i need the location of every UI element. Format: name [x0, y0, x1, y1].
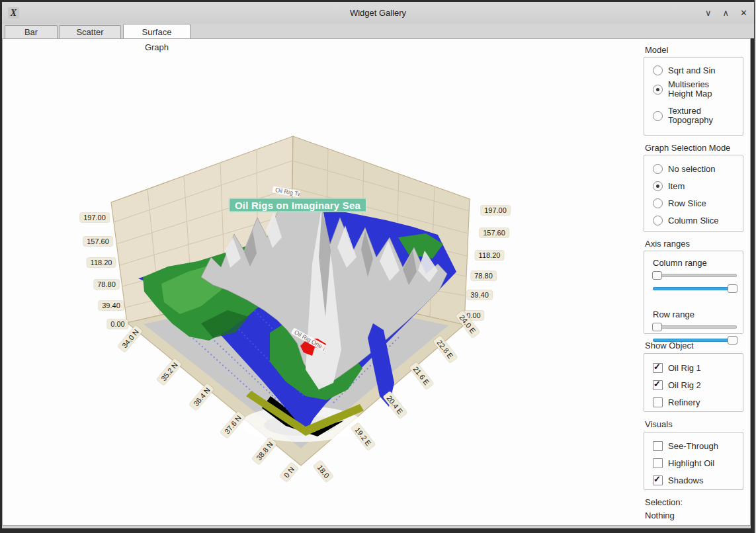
visuals-item-1[interactable]: Highlight Oil — [653, 458, 714, 468]
visuals-checkbox-2[interactable] — [653, 475, 663, 485]
selection-mode-option-3[interactable]: Column Slice — [653, 216, 719, 226]
radio-dot — [656, 184, 659, 188]
tab-bar: Bar GraphScatter GraphSurface Graph — [2, 24, 754, 38]
visuals-group-box: See-ThroughHighlight OilShadows — [644, 432, 743, 490]
selection-mode-option-2[interactable]: Row Slice — [653, 198, 706, 208]
show-object-item-1[interactable]: Oil Rig 2 — [653, 380, 701, 390]
model-label-1: MultiseriesHeight Map — [668, 80, 712, 99]
row-range-min-track — [653, 325, 737, 329]
visuals-item-0[interactable]: See-Through — [653, 441, 718, 451]
value-axis-tick-left-1: 157.60 — [83, 237, 112, 246]
column-range-min-slider[interactable] — [653, 271, 737, 280]
value-axis-tick-left-2: 118.20 — [87, 258, 116, 267]
show-object-item-2[interactable]: Refinery — [653, 397, 700, 407]
window-footer — [2, 526, 751, 528]
show-object-checkbox-1[interactable] — [653, 380, 663, 390]
axis-ranges-group-box: Column range Row range — [644, 251, 743, 334]
selection-mode-option-1[interactable]: Item — [653, 181, 685, 191]
selection-status-label: Selection: — [645, 497, 683, 507]
visuals-checkbox-1[interactable] — [653, 458, 663, 468]
selection-mode-radio-2[interactable] — [653, 198, 663, 208]
visuals-label-0: See-Through — [668, 442, 718, 451]
value-axis-tick-right-1: 157.60 — [480, 228, 509, 237]
value-axis-tick-right-4: 39.40 — [467, 290, 492, 300]
show-object-label-2: Refinery — [668, 398, 700, 407]
show-object-item-0[interactable]: Oil Rig 1 — [653, 363, 701, 373]
selection-mode-group-box: No selectionItemRow SliceColumn Slice — [644, 155, 743, 232]
column-range-label: Column range — [653, 258, 707, 268]
model-option-1[interactable]: MultiseriesHeight Map — [653, 80, 712, 99]
model-label-0: Sqrt and Sin — [668, 66, 716, 75]
tab-surface-graph[interactable]: Surface Graph — [123, 24, 190, 38]
selection-mode-radio-0[interactable] — [653, 164, 663, 174]
model-group-title: Model — [645, 45, 668, 55]
row-range-max-handle[interactable] — [728, 336, 737, 345]
model-option-0[interactable]: Sqrt and Sin — [653, 65, 716, 75]
selection-mode-label-2: Row Slice — [668, 199, 706, 208]
model-radio-2[interactable] — [653, 111, 663, 121]
model-group-box: Sqrt and SinMultiseriesHeight MapTexture… — [644, 57, 743, 136]
visuals-group-title: Visuals — [645, 419, 673, 429]
visuals-checkbox-0[interactable] — [653, 441, 663, 451]
show-object-label-0: Oil Rig 1 — [668, 364, 701, 373]
column-range-max-track — [653, 287, 737, 290]
model-label-2: TexturedTopography — [668, 106, 713, 125]
value-axis-tick-right-3: 78.80 — [471, 271, 496, 280]
title-bar[interactable]: X Widget Gallery ∨∧✕ — [2, 2, 754, 24]
chart-title-label: Oil Rigs on Imaginary Sea — [229, 198, 366, 212]
maximize-icon[interactable]: ∧ — [723, 9, 730, 17]
column-range-max-slider[interactable] — [653, 284, 737, 293]
visuals-label-1: Highlight Oil — [668, 459, 714, 468]
axis-ranges-group-title: Axis ranges — [645, 239, 690, 249]
column-range-min-handle[interactable] — [652, 271, 662, 280]
control-panel: Model Sqrt and SinMultiseriesHeight MapT… — [640, 38, 752, 526]
visuals-item-2[interactable]: Shadows — [653, 475, 703, 485]
row-range-label: Row range — [653, 309, 694, 319]
visuals-label-2: Shadows — [668, 476, 703, 485]
show-object-checkbox-2[interactable] — [653, 397, 663, 407]
model-radio-0[interactable] — [653, 65, 663, 75]
row-range-min-handle[interactable] — [652, 323, 662, 331]
selection-mode-label-0: No selection — [668, 165, 716, 174]
value-axis-tick-left-4: 39.40 — [99, 301, 124, 310]
window-title: Widget Gallery — [2, 8, 754, 18]
show-object-group-box: Oil Rig 1Oil Rig 2Refinery — [644, 353, 743, 412]
show-object-label-1: Oil Rig 2 — [668, 381, 701, 390]
close-icon[interactable]: ✕ — [740, 9, 747, 17]
tab-scatter-graph[interactable]: Scatter Graph — [59, 25, 121, 38]
selection-mode-option-0[interactable]: No selection — [653, 164, 716, 174]
value-axis-tick-left-0: 197.00 — [80, 213, 109, 222]
show-object-checkbox-0[interactable] — [653, 363, 663, 373]
value-axis-tick-right-2: 118.20 — [476, 251, 504, 260]
model-radio-1[interactable] — [653, 85, 663, 95]
selection-mode-radio-3[interactable] — [653, 216, 663, 226]
value-axis-tick-right-0: 197.00 — [481, 206, 510, 215]
window-controls: ∨∧✕ — [705, 2, 747, 24]
selection-status-value: Nothing — [645, 511, 675, 520]
minimize-icon[interactable]: ∨ — [705, 9, 712, 17]
row-range-min-slider[interactable] — [653, 323, 737, 331]
selection-mode-radio-1[interactable] — [653, 181, 663, 191]
radio-dot — [656, 88, 659, 91]
tab-bar-graph[interactable]: Bar Graph — [5, 25, 58, 38]
value-axis-tick-left-5: 0.00 — [107, 319, 128, 329]
column-range-min-track — [653, 274, 737, 277]
selection-mode-label-1: Item — [668, 182, 685, 191]
selection-mode-group-title: Graph Selection Mode — [645, 143, 730, 153]
selection-mode-label-3: Column Slice — [668, 216, 719, 226]
app-icon: X — [8, 7, 19, 19]
show-object-group-title: Show Object — [645, 341, 694, 350]
model-option-2[interactable]: TexturedTopography — [653, 106, 713, 125]
column-range-max-handle[interactable] — [728, 284, 737, 293]
value-axis-tick-left-3: 78.80 — [94, 280, 119, 289]
